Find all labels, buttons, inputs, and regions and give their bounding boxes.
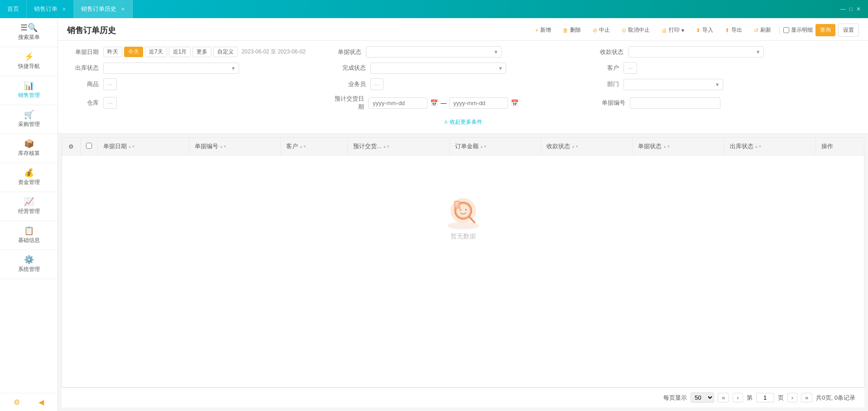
sales-mgmt-icon: 📊 bbox=[24, 82, 34, 90]
show-detail-checkbox[interactable]: 显示明细 bbox=[783, 26, 813, 34]
date-btn-yesterday[interactable]: 昨天 bbox=[103, 47, 122, 57]
sort-arrows-bill-status: ▲▼ bbox=[663, 145, 670, 149]
th-customer[interactable]: 客户 ▲▼ bbox=[281, 138, 347, 155]
th-delivery-status-label: 出库状态 bbox=[730, 142, 753, 150]
dept-select[interactable]: ▾ bbox=[623, 79, 723, 90]
page-title: 销售订单历史 bbox=[67, 25, 116, 36]
collapse-more-btn[interactable]: ∧ 收起更多条件 bbox=[67, 116, 859, 128]
th-delivery-status[interactable]: 出库状态 ▲▼ bbox=[724, 138, 815, 155]
th-expected-delivery[interactable]: 预计交货... ▲▼ bbox=[347, 138, 449, 155]
export-button[interactable]: ⬆ 导出 bbox=[720, 24, 747, 36]
date-btn-custom[interactable]: 自定义 bbox=[213, 47, 238, 57]
date-btn-last7[interactable]: 近7天 bbox=[145, 47, 167, 57]
last-page-icon: » bbox=[805, 394, 808, 401]
tab-sales-order-history-close[interactable]: ✕ bbox=[121, 6, 125, 12]
window-minimize[interactable]: — bbox=[840, 6, 846, 12]
prev-page-btn[interactable]: ‹ bbox=[733, 393, 743, 402]
date-btn-today[interactable]: 今天 bbox=[124, 47, 143, 57]
total-text: 共0页, 0条记录 bbox=[816, 394, 855, 402]
refresh-icon: ↺ bbox=[754, 27, 758, 34]
delivery-status-select[interactable]: ▾ bbox=[103, 63, 239, 74]
receipt-status-arrow: ▾ bbox=[757, 48, 760, 55]
sidebar-item-quick-nav[interactable]: ⚡ 快捷导航 bbox=[0, 47, 58, 76]
bill-status-select[interactable]: ▾ bbox=[366, 46, 502, 58]
salesperson-control: ··· bbox=[370, 78, 606, 90]
sidebar-item-purchase-mgmt[interactable]: 🛒 采购管理 bbox=[0, 105, 58, 134]
stop-button[interactable]: ⊘ 中止 bbox=[588, 24, 614, 36]
expected-delivery-end[interactable] bbox=[449, 97, 508, 109]
receipt-status-label: 收款状态 bbox=[596, 48, 628, 56]
import-button[interactable]: ⬇ 导入 bbox=[691, 24, 718, 36]
empty-text: 暂无数据 bbox=[451, 232, 476, 241]
tab-sales-order-history[interactable]: 销售订单历史 ✕ bbox=[74, 0, 133, 18]
customer-dots-btn[interactable]: ··· bbox=[623, 62, 637, 74]
window-maximize[interactable]: □ bbox=[849, 6, 853, 12]
first-page-btn[interactable]: « bbox=[718, 393, 729, 402]
filter-row-3: 商品 ··· 业务员 ··· 部门 ▾ bbox=[67, 78, 859, 90]
complete-status-select[interactable]: ▾ bbox=[370, 63, 506, 74]
th-bill-number[interactable]: 单据编号 ▲▼ bbox=[189, 138, 280, 155]
sidebar-item-ops[interactable]: 📈 经营管理 bbox=[0, 192, 58, 221]
th-bill-date[interactable]: 单据日期 ▲▼ bbox=[97, 138, 189, 155]
sidebar-collapse-btn[interactable]: ◀ bbox=[38, 398, 44, 406]
tab-sales-order-label: 销售订单 bbox=[34, 5, 58, 13]
query-button[interactable]: 查询 bbox=[815, 24, 835, 36]
sidebar-item-inventory[interactable]: 📦 库存核算 bbox=[0, 134, 58, 163]
per-page-select[interactable]: 50 10 20 100 bbox=[691, 392, 714, 403]
sidebar-item-sales-mgmt[interactable]: 📊 销售管理 bbox=[0, 76, 58, 105]
current-page-input[interactable] bbox=[756, 393, 774, 402]
calendar-icon-end[interactable]: 📅 bbox=[511, 99, 518, 106]
window-close[interactable]: ✕ bbox=[856, 6, 861, 12]
data-table: ⚙ 单据日期 ▲▼ 单据编号 bbox=[62, 138, 864, 277]
select-all-checkbox[interactable] bbox=[86, 143, 92, 149]
salesperson-dots-btn[interactable]: ··· bbox=[370, 78, 384, 90]
next-page-btn[interactable]: › bbox=[787, 393, 797, 402]
date-btn-more[interactable]: 更多 bbox=[192, 47, 211, 57]
print-button[interactable]: 🖨 打印 ▾ bbox=[657, 24, 689, 36]
th-settings[interactable]: ⚙ bbox=[62, 138, 80, 155]
tab-sales-order[interactable]: 销售订单 ✕ bbox=[27, 0, 74, 18]
prev-page-icon: ‹ bbox=[737, 394, 739, 401]
th-receipt-status[interactable]: 收款状态 ▲▼ bbox=[541, 138, 632, 155]
sidebar-item-finance[interactable]: 💰 资金管理 bbox=[0, 163, 58, 192]
date-buttons: 昨天 今天 近7天 近1月 更多 自定义 bbox=[103, 47, 238, 57]
tab-home[interactable]: 首页 bbox=[0, 0, 27, 18]
receipt-status-select[interactable]: ▾ bbox=[628, 46, 764, 58]
date-btn-last1m[interactable]: 近1月 bbox=[169, 47, 191, 57]
expected-delivery-start[interactable] bbox=[369, 97, 427, 109]
warehouse-dots-btn[interactable]: ··· bbox=[103, 97, 117, 109]
settings-button[interactable]: 设置 bbox=[838, 24, 859, 37]
th-check[interactable] bbox=[80, 138, 97, 155]
sidebar-item-sys-mgmt[interactable]: ⚙️ 系统管理 bbox=[0, 250, 58, 279]
dept-control: ▾ bbox=[623, 79, 859, 90]
delivery-status-label: 出库状态 bbox=[67, 64, 103, 72]
show-detail-input[interactable] bbox=[783, 27, 789, 33]
search-menu-icon: ☰🔍 bbox=[20, 24, 38, 32]
purchase-mgmt-icon: 🛒 bbox=[24, 111, 34, 119]
sidebar-item-search-menu[interactable]: ☰🔍 搜索菜单 bbox=[0, 18, 58, 47]
sort-arrows-expected: ▲▼ bbox=[383, 145, 390, 149]
bill-number-input[interactable] bbox=[630, 97, 720, 109]
date-range-dash: — bbox=[441, 100, 446, 106]
delete-button[interactable]: 🗑 删除 bbox=[558, 24, 585, 36]
product-dots-btn[interactable]: ··· bbox=[103, 78, 117, 90]
pagination: 每页显示 50 10 20 100 « ‹ 第 页 › » 共0页, 0条记录 bbox=[62, 387, 864, 407]
product-control: ··· bbox=[103, 78, 339, 90]
calendar-icon-start[interactable]: 📅 bbox=[430, 99, 438, 106]
sidebar-settings-btn[interactable]: ⚙ bbox=[14, 398, 20, 406]
page-header: 销售订单历史 + 新增 🗑 删除 ⊘ 中止 ⊙ 取消中止 bbox=[58, 18, 868, 41]
th-bill-status[interactable]: 单据状态 ▲▼ bbox=[633, 138, 724, 155]
refresh-button[interactable]: ↺ 刷新 bbox=[749, 24, 776, 36]
page-label-pre: 第 bbox=[747, 394, 753, 402]
stop-icon: ⊘ bbox=[593, 27, 597, 34]
settings-label: 设置 bbox=[843, 26, 854, 34]
th-order-amount[interactable]: 订单金额 ▲▼ bbox=[449, 138, 541, 155]
add-button[interactable]: + 新增 bbox=[531, 24, 556, 36]
column-settings-icon[interactable]: ⚙ bbox=[68, 143, 74, 150]
quick-nav-icon: ⚡ bbox=[24, 53, 34, 61]
cancel-stop-button[interactable]: ⊙ 取消中止 bbox=[617, 24, 654, 36]
tab-sales-order-close[interactable]: ✕ bbox=[62, 6, 66, 12]
last-page-btn[interactable]: » bbox=[801, 393, 812, 402]
sidebar-item-basic-info[interactable]: 📋 基础信息 bbox=[0, 221, 58, 250]
cancel-stop-label: 取消中止 bbox=[628, 26, 650, 34]
